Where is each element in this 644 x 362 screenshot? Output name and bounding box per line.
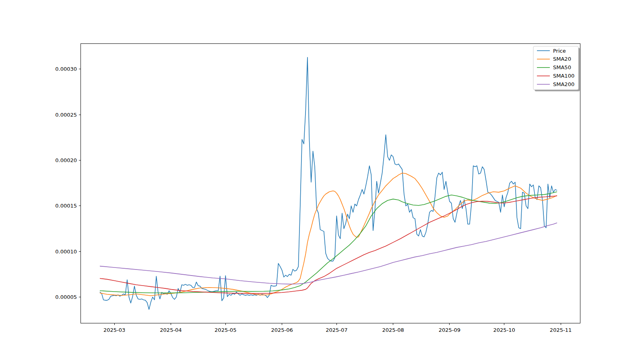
x-tick-label: 2025-03	[103, 327, 125, 333]
y-tick-label: 0.00005	[55, 294, 77, 300]
y-tick-label: 0.00030	[55, 66, 77, 72]
x-tick-label: 2025-07	[326, 327, 347, 333]
legend-label-sma20: SMA20	[553, 56, 571, 62]
y-tick-label: 0.00025	[55, 112, 77, 118]
legend-label-sma50: SMA50	[553, 64, 571, 70]
legend-label-sma100: SMA100	[553, 73, 574, 79]
x-tick-label: 2025-08	[382, 327, 404, 333]
y-tick-label: 0.00020	[55, 157, 77, 163]
price-sma-line-chart: 2025-032025-042025-052025-062025-072025-…	[0, 0, 644, 362]
legend: PriceSMA20SMA50SMA100SMA200	[533, 46, 580, 91]
y-tick-label: 0.00015	[55, 203, 77, 209]
x-tick-label: 2025-11	[550, 327, 572, 333]
x-tick-label: 2025-04	[160, 327, 182, 333]
legend-label-sma200: SMA200	[553, 81, 574, 87]
y-tick-label: 0.00010	[55, 249, 77, 255]
x-tick-label: 2025-06	[271, 327, 293, 333]
x-tick-label: 2025-10	[493, 327, 515, 333]
legend-label-price: Price	[553, 48, 566, 54]
x-tick-label: 2025-09	[439, 327, 460, 333]
figure-canvas: 2025-032025-042025-052025-062025-072025-…	[0, 0, 644, 362]
x-tick-label: 2025-05	[215, 327, 236, 333]
